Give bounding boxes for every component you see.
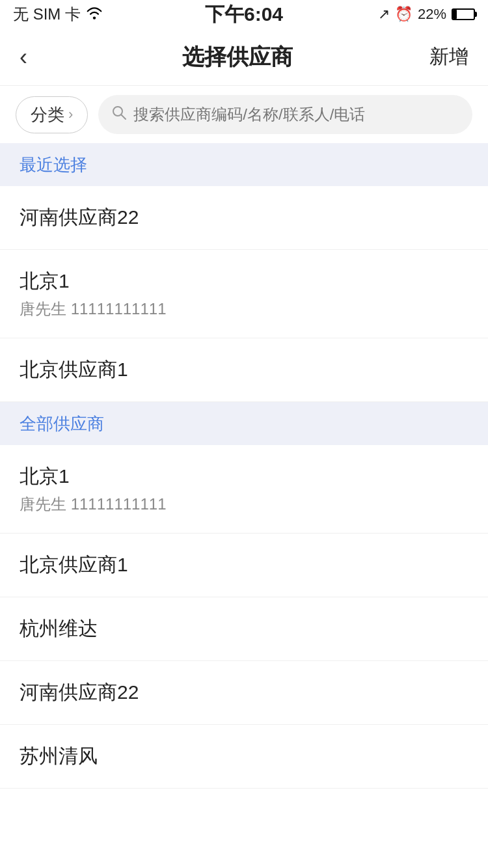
status-left: 无 SIM 卡 bbox=[13, 4, 103, 25]
item-name: 北京1 bbox=[20, 268, 468, 295]
item-sub: 唐先生 11111111111 bbox=[20, 299, 468, 319]
item-name: 河南供应商22 bbox=[20, 679, 468, 706]
item-name: 北京供应商1 bbox=[20, 552, 468, 578]
svg-line-1 bbox=[122, 115, 126, 119]
search-icon bbox=[111, 105, 127, 125]
status-right: ↗ ⏰ 22% bbox=[378, 6, 475, 23]
category-button[interactable]: 分类 › bbox=[16, 96, 88, 133]
add-button[interactable]: 新增 bbox=[416, 44, 468, 70]
list-item[interactable]: 苏州清风 bbox=[0, 725, 488, 789]
list-item[interactable]: 北京1唐先生 11111111111 bbox=[0, 445, 488, 534]
list-item[interactable]: 北京供应商1 bbox=[0, 338, 488, 402]
list-item[interactable]: 北京1唐先生 11111111111 bbox=[0, 250, 488, 338]
back-button[interactable]: ‹ bbox=[20, 44, 59, 71]
filter-bar: 分类 › bbox=[0, 86, 488, 143]
page-title: 选择供应商 bbox=[182, 42, 293, 72]
all-section-label: 全部供应商 bbox=[20, 413, 104, 435]
item-name: 苏州清风 bbox=[20, 743, 468, 770]
battery-text: 22% bbox=[418, 6, 446, 23]
list-item[interactable]: 河南供应商22 bbox=[0, 661, 488, 725]
alarm-icon: ⏰ bbox=[395, 6, 413, 23]
search-input[interactable] bbox=[133, 105, 459, 124]
item-name: 北京供应商1 bbox=[20, 357, 468, 383]
chevron-right-icon: › bbox=[68, 106, 73, 123]
recent-list: 河南供应商22北京1唐先生 11111111111北京供应商1 bbox=[0, 186, 488, 402]
battery-icon bbox=[452, 8, 475, 20]
list-item[interactable]: 杭州维达 bbox=[0, 597, 488, 661]
nav-bar: ‹ 选择供应商 新增 bbox=[0, 29, 488, 86]
status-bar: 无 SIM 卡 下午6:04 ↗ ⏰ 22% bbox=[0, 0, 488, 29]
wifi-icon bbox=[86, 5, 103, 23]
all-section-header: 全部供应商 bbox=[0, 402, 488, 445]
list-item[interactable]: 河南供应商22 bbox=[0, 186, 488, 250]
recent-section-label: 最近选择 bbox=[20, 154, 87, 176]
item-sub: 唐先生 11111111111 bbox=[20, 494, 468, 515]
item-name: 杭州维达 bbox=[20, 616, 468, 642]
search-box[interactable] bbox=[98, 95, 472, 134]
status-time: 下午6:04 bbox=[205, 1, 283, 28]
item-name: 北京1 bbox=[20, 463, 468, 490]
recent-section-header: 最近选择 bbox=[0, 143, 488, 186]
category-label: 分类 bbox=[31, 103, 64, 126]
item-name: 河南供应商22 bbox=[20, 204, 468, 231]
location-icon: ↗ bbox=[378, 6, 390, 23]
list-item[interactable]: 北京供应商1 bbox=[0, 534, 488, 597]
all-list: 北京1唐先生 11111111111北京供应商1杭州维达河南供应商22苏州清风 bbox=[0, 445, 488, 789]
carrier-text: 无 SIM 卡 bbox=[13, 4, 81, 25]
